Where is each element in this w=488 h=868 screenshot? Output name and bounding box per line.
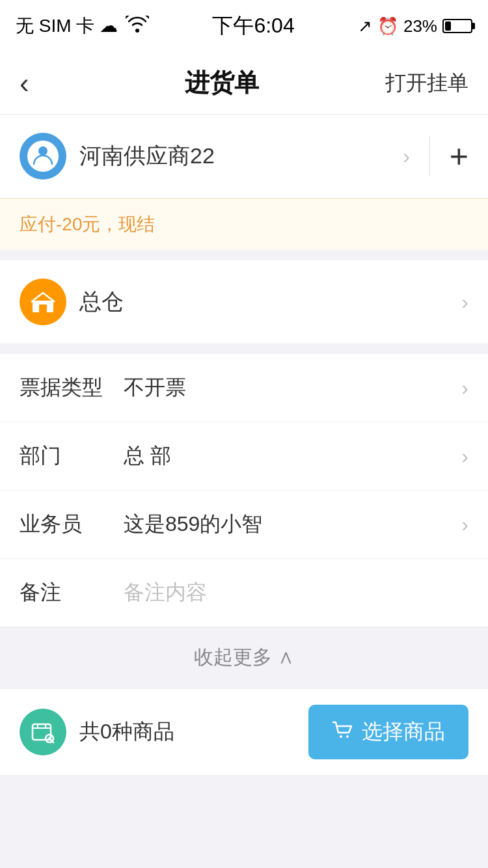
product-bar: 共0种商品 选择商品	[0, 689, 488, 775]
remark-label: 备注	[20, 578, 111, 607]
supplier-name: 河南供应商22	[79, 141, 403, 171]
department-value: 总 部	[124, 442, 461, 470]
department-chevron-icon: ›	[461, 444, 468, 468]
salesperson-value: 这是859的小智	[124, 510, 461, 539]
department-row[interactable]: 部门 总 部 ›	[0, 422, 488, 491]
add-supplier-button[interactable]: +	[450, 140, 468, 172]
svg-point-6	[346, 735, 349, 738]
battery-percent: 23%	[403, 16, 437, 36]
vertical-divider	[429, 137, 430, 176]
ticket-type-row[interactable]: 票据类型 不开票 ›	[0, 354, 488, 422]
warehouse-section: 总仓 ›	[0, 260, 488, 344]
ticket-type-label: 票据类型	[20, 373, 111, 402]
ticket-type-value: 不开票	[124, 373, 461, 402]
remark-input[interactable]: 备注内容	[124, 578, 468, 607]
select-product-button[interactable]: 选择商品	[308, 705, 468, 759]
main-content: 河南供应商22 › + 应付-20元，现结 总仓 › 票据类型 不开票	[0, 115, 488, 868]
select-product-label: 选择商品	[362, 718, 445, 746]
notice-text: 应付-20元，现结	[20, 214, 155, 234]
alarm-icon: ⏰	[377, 16, 398, 36]
person-icon	[31, 142, 55, 170]
status-time: 下午6:04	[212, 12, 294, 40]
salesperson-chevron-icon: ›	[461, 513, 468, 537]
supplier-row[interactable]: 河南供应商22 › +	[0, 115, 488, 198]
status-left: 无 SIM 卡 ☁	[16, 14, 149, 38]
collapse-label: 收起更多 ∧	[194, 644, 293, 671]
form-section: 票据类型 不开票 › 部门 总 部 › 业务员 这是859的小智 › 备注 备注…	[0, 354, 488, 627]
supplier-section: 河南供应商22 › + 应付-20元，现结	[0, 115, 488, 250]
warehouse-chevron-icon: ›	[461, 290, 468, 314]
product-icon-wrap	[20, 709, 66, 755]
salesperson-row[interactable]: 业务员 这是859的小智 ›	[0, 491, 488, 559]
supplier-chevron-icon: ›	[403, 144, 410, 169]
status-right: ↗ ⏰ 23%	[358, 16, 472, 36]
svg-rect-2	[39, 305, 47, 312]
battery-icon	[442, 19, 472, 33]
svg-rect-3	[33, 724, 51, 740]
wifi-icon	[126, 16, 149, 37]
supplier-avatar	[20, 133, 66, 180]
no-sim-label: 无 SIM 卡 ☁	[16, 14, 118, 38]
page-bottom	[0, 775, 488, 868]
collapse-button[interactable]: 收起更多 ∧	[0, 627, 488, 688]
product-count-label: 共0种商品	[79, 718, 308, 746]
notice-bar: 应付-20元，现结	[0, 198, 488, 250]
salesperson-label: 业务员	[20, 510, 111, 539]
open-pending-button[interactable]: 打开挂单	[385, 69, 468, 98]
cart-icon	[332, 720, 354, 744]
status-bar: 无 SIM 卡 ☁ 下午6:04 ↗ ⏰ 23%	[0, 0, 488, 52]
ticket-type-chevron-icon: ›	[461, 376, 468, 400]
warehouse-name: 总仓	[79, 287, 461, 317]
warehouse-icon-wrap	[20, 278, 66, 325]
page-title: 进货单	[185, 66, 259, 100]
svg-point-5	[340, 735, 342, 738]
back-button[interactable]: ‹	[20, 67, 59, 100]
svg-point-0	[38, 146, 47, 156]
nav-bar: ‹ 进货单 打开挂单	[0, 52, 488, 115]
warehouse-row[interactable]: 总仓 ›	[0, 260, 488, 344]
location-icon: ↗	[358, 16, 372, 36]
department-label: 部门	[20, 442, 111, 470]
remark-row[interactable]: 备注 备注内容	[0, 559, 488, 627]
